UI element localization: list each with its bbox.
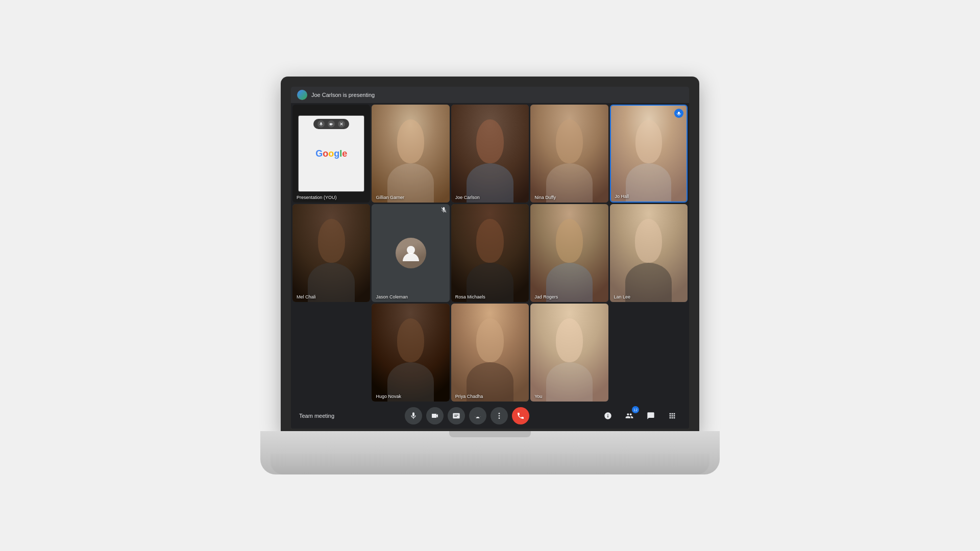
tile-jad[interactable]: Jad Rogers [530, 204, 608, 302]
mic-muted-icon [441, 207, 447, 214]
chat-button[interactable] [642, 407, 659, 424]
tile-gillian[interactable]: Gillian Garner [372, 105, 449, 203]
tile-label-priya: Priya Chadha [455, 394, 483, 399]
presenter-avatar [297, 90, 307, 100]
present-button[interactable] [469, 407, 486, 424]
tile-hugo[interactable]: Hugo Novak [372, 304, 449, 402]
presenter-text: Joe Carlson is presenting [311, 92, 375, 98]
presenter-bar: Joe Carlson is presenting [291, 87, 689, 103]
meeting-name: Team meeting [299, 413, 334, 419]
tile-label-gillian: Gillian Garner [376, 195, 404, 200]
bottom-bar: Team meeting [291, 403, 689, 429]
speaking-badge [674, 109, 683, 118]
svg-marker-2 [332, 123, 333, 124]
camera-button[interactable] [426, 407, 444, 424]
svg-point-9 [498, 413, 500, 414]
svg-rect-1 [330, 123, 332, 126]
screen-bezel: Joe Carlson is presenting [281, 77, 699, 434]
participants-button[interactable]: 12 [621, 407, 638, 424]
laptop-shell: Joe Carlson is presenting [260, 77, 720, 474]
tile-label-you: You [534, 394, 542, 399]
svg-rect-5 [678, 112, 680, 114]
tile-nina[interactable]: Nina Duffy [530, 105, 608, 203]
video-grid: G o o g l e Presentation [291, 103, 689, 403]
tile-label-lan: Lan Lee [614, 294, 631, 299]
captions-button[interactable] [448, 407, 465, 424]
tile-lan[interactable]: Lan Lee [610, 204, 688, 302]
tile-priya[interactable]: Priya Chadha [451, 304, 529, 402]
svg-point-10 [498, 415, 500, 417]
tile-you[interactable]: You [530, 304, 608, 402]
tile-joe[interactable]: Joe Carlson [451, 105, 529, 203]
info-button[interactable] [599, 407, 617, 424]
tile-label-mel: Mel Chali [297, 294, 316, 299]
toolbar-right: 12 [599, 407, 681, 424]
svg-rect-0 [321, 122, 322, 125]
activities-button[interactable] [664, 407, 681, 424]
meet-container: Joe Carlson is presenting [291, 87, 689, 429]
tile-label-rosa: Rosa Michaels [455, 294, 485, 299]
svg-point-11 [498, 417, 500, 419]
laptop-base [260, 431, 720, 474]
tile-label-jason: Jason Coleman [376, 294, 408, 299]
tile-jo[interactable]: Jo Hall [610, 105, 688, 203]
end-call-button[interactable] [512, 407, 529, 424]
toolbar-center [405, 407, 529, 424]
participants-count-badge: 12 [632, 406, 639, 413]
jason-avatar [396, 238, 426, 268]
tile-presentation[interactable]: G o o g l e Presentation [292, 105, 370, 203]
tile-rosa[interactable]: Rosa Michaels [451, 204, 529, 302]
tile-label-jo: Jo Hall [615, 194, 629, 199]
tile-jason[interactable]: Jason Coleman [372, 204, 449, 302]
more-options-button[interactable] [491, 407, 508, 424]
tile-label-joe: Joe Carlson [455, 195, 480, 200]
svg-point-8 [407, 246, 415, 254]
mic-button[interactable] [405, 407, 422, 424]
tile-label-jad: Jad Rogers [534, 294, 558, 299]
tile-label-hugo: Hugo Novak [376, 394, 401, 399]
tile-label-nina: Nina Duffy [534, 195, 556, 200]
tile-mel[interactable]: Mel Chali [292, 204, 370, 302]
tile-label-presentation: Presentation (YOU) [297, 195, 337, 200]
laptop-screen: Joe Carlson is presenting [291, 87, 689, 429]
